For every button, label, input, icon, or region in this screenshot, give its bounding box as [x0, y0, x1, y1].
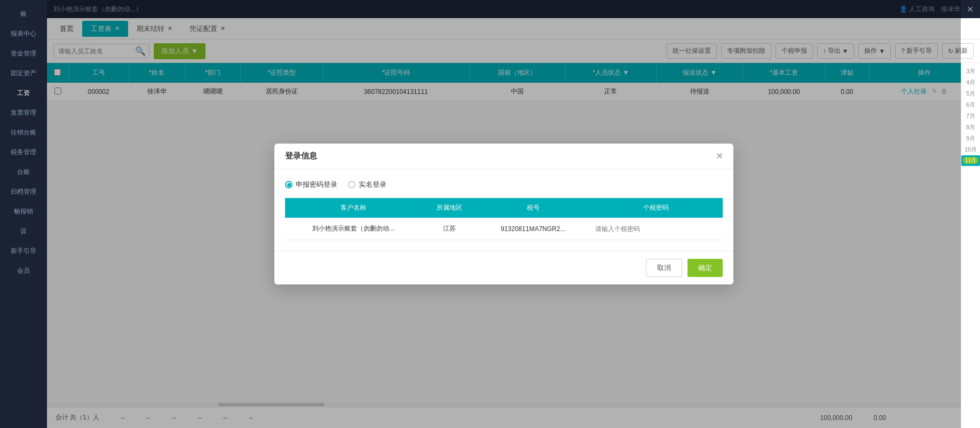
sidebar-item-account[interactable]: 账: [0, 4, 47, 24]
sidebar-item-asset[interactable]: 固定资产: [0, 64, 47, 83]
sidebar-item-label: 新手引导: [0, 247, 47, 256]
radio-realname-label: 实名登录: [359, 180, 386, 189]
col-region: 所属地区: [422, 198, 477, 218]
sidebar-item-report[interactable]: 报表中心: [0, 24, 47, 44]
date-panel-8[interactable]: 8月: [966, 122, 975, 133]
sidebar-item-label: 税务管理: [0, 148, 47, 157]
sidebar-item-tax[interactable]: 税务管理: [0, 142, 47, 162]
cancel-button[interactable]: 取消: [646, 259, 682, 277]
cell-tax-no: 91320811MA7NGR2...: [477, 218, 589, 240]
sidebar-item-archive[interactable]: 归档管理: [0, 182, 47, 202]
sidebar-item-invoice[interactable]: 发票管理: [0, 103, 47, 123]
date-badge: 11月: [963, 157, 978, 164]
sidebar-item-member[interactable]: 会员: [0, 261, 47, 281]
sidebar-item-label: 设: [0, 227, 47, 236]
sidebar-item-label: 资金管理: [0, 49, 47, 58]
date-panel-5[interactable]: 5月: [966, 88, 975, 99]
col-client-name: 客户名称: [285, 198, 422, 218]
radio-realname-login[interactable]: 实名登录: [348, 180, 386, 189]
login-table: 客户名称 所属地区 税号 个税密码 刘小艳演示账套（勿删勿动... 江苏 913…: [285, 198, 723, 240]
sidebar-item-label: 账: [0, 10, 47, 19]
modal-footer: 取消 确定: [274, 251, 733, 284]
sidebar-item-label: 畅报销: [0, 207, 47, 216]
sidebar-item-expense[interactable]: 畅报销: [0, 202, 47, 221]
sidebar-item-salary[interactable]: 工资: [0, 83, 47, 103]
modal-overlay: 登录信息 ✕ 申报密码登录 实名登录 客户名称 所属: [47, 0, 961, 428]
date-panel-7[interactable]: 7月: [966, 110, 975, 122]
sidebar-item-label: 归档管理: [0, 187, 47, 196]
date-panel-3[interactable]: 3月: [966, 66, 975, 77]
sidebar-item-label: 报表中心: [0, 29, 47, 38]
modal-close-icon[interactable]: ✕: [716, 151, 723, 161]
sidebar-item-label: 台账: [0, 168, 47, 177]
sidebar-item-label: 工资: [0, 89, 47, 98]
modal-header: 登录信息 ✕: [274, 144, 733, 169]
sidebar: 账 报表中心 资金管理 固定资产 工资 发票管理 往销台账 税务管理 台账 归档…: [0, 0, 47, 428]
sidebar-item-settings[interactable]: 设: [0, 221, 47, 241]
date-panel-10[interactable]: 10月: [965, 144, 977, 155]
cell-client-name: 刘小艳演示账套（勿删勿动...: [285, 218, 422, 240]
date-panel-9[interactable]: 9月: [966, 133, 975, 144]
sidebar-item-label: 固定资产: [0, 69, 47, 78]
radio-password-label: 申报密码登录: [296, 180, 337, 189]
date-panel-4[interactable]: 4月: [966, 77, 975, 88]
sidebar-item-guide[interactable]: 新手引导: [0, 241, 47, 261]
radio-group: 申报密码登录 实名登录: [285, 180, 723, 189]
modal-body: 申报密码登录 实名登录 客户名称 所属地区 税号 个税密码: [274, 169, 733, 251]
topnav-close-button[interactable]: ✕: [967, 4, 974, 14]
sidebar-item-fund[interactable]: 资金管理: [0, 44, 47, 64]
date-panel-6[interactable]: 6月: [966, 99, 975, 110]
radio-realname-circle: [348, 181, 355, 188]
sidebar-item-ledger[interactable]: 台账: [0, 162, 47, 182]
modal-title: 登录信息: [285, 151, 317, 161]
col-tax-no: 税号: [477, 198, 589, 218]
sidebar-item-label: 往销台账: [0, 128, 47, 137]
radio-password-login[interactable]: 申报密码登录: [285, 180, 337, 189]
sidebar-item-label: 发票管理: [0, 108, 47, 117]
sidebar-item-sales[interactable]: 往销台账: [0, 123, 47, 142]
sidebar-item-label: 会员: [0, 266, 47, 275]
confirm-button[interactable]: 确定: [687, 259, 723, 277]
radio-password-circle: [285, 181, 293, 188]
tax-password-input[interactable]: [595, 225, 716, 233]
cell-tax-password[interactable]: [589, 218, 723, 240]
cell-region: 江苏: [422, 218, 477, 240]
date-panel-11[interactable]: 11月: [961, 155, 980, 166]
login-modal: 登录信息 ✕ 申报密码登录 实名登录 客户名称 所属: [274, 144, 733, 284]
login-table-row: 刘小艳演示账套（勿删勿动... 江苏 91320811MA7NGR2...: [285, 218, 723, 240]
date-panel: 2023.11 12月 1月 2月 3月 4月 5月 6月 7月 8月 9月 1…: [961, 0, 980, 428]
col-tax-password: 个税密码: [589, 198, 723, 218]
